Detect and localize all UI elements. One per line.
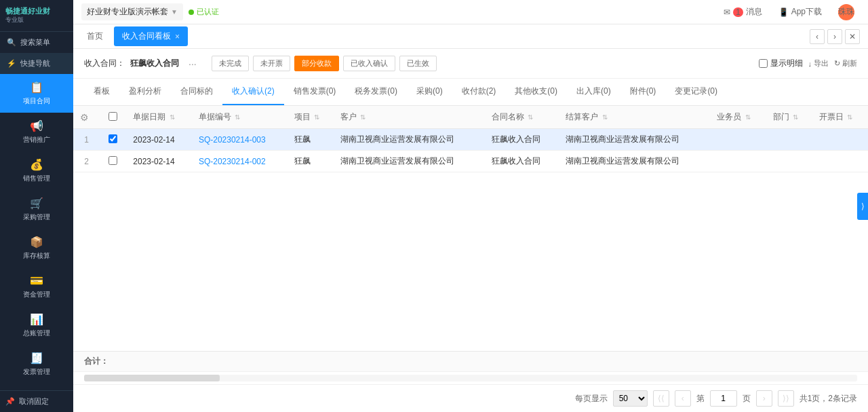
table-row[interactable]: 1 2023-02-14 SQ-20230214-003 狂飙 湖南卫视商业运营… (73, 129, 868, 151)
active-tab[interactable]: 收入合同看板 × (114, 26, 188, 46)
tab-attachments[interactable]: 附件(0) (620, 79, 666, 105)
sidebar-item-label: 发票管理 (23, 367, 50, 377)
sidebar-item-sales[interactable]: 💰 销售管理 (0, 151, 73, 190)
pagination-last-button[interactable]: ⟩⟩ (778, 390, 794, 407)
status-confirmed[interactable]: 已收入确认 (343, 56, 395, 71)
tab-navigation: ‹ › ✕ (810, 29, 860, 44)
col-settlement-customer[interactable]: 结算客户 ⇅ (559, 106, 710, 129)
row-checkbox-cell (100, 151, 126, 172)
tab-payment[interactable]: 收付款(2) (452, 79, 506, 105)
app-download-label: App下载 (791, 6, 822, 18)
col-number[interactable]: 单据编号 ⇅ (192, 106, 288, 129)
sort-number-icon: ⇅ (235, 113, 240, 121)
sidebar-item-tax[interactable]: 🏛 税务管理 (0, 383, 73, 390)
refresh-icon: ↻ (834, 59, 840, 68)
tab-prev-button[interactable]: ‹ (810, 29, 825, 44)
tab-profit-analysis[interactable]: 盈利分析 (119, 79, 171, 105)
tab-sales-invoice[interactable]: 销售发票(0) (284, 79, 346, 105)
pagination-first-button[interactable]: ⟨⟨ (653, 390, 669, 407)
tab-other-income[interactable]: 其他收支(0) (505, 79, 567, 105)
pagination-page-input[interactable] (710, 390, 737, 407)
phone-icon: 📱 (778, 7, 789, 17)
col-settings[interactable]: ⚙ (73, 106, 100, 129)
row-checkbox[interactable] (108, 156, 117, 165)
col-department[interactable]: 部门 ⇅ (766, 106, 812, 129)
tab-purchase[interactable]: 采购(0) (407, 79, 452, 105)
col-invoice-date-label: 开票日 (819, 112, 844, 121)
sidebar-logo: 畅捷通好业财 专业版 (0, 0, 73, 32)
export-button[interactable]: ↓ 导出 (808, 58, 829, 69)
select-all-checkbox[interactable] (108, 112, 117, 121)
status-uninvoiced[interactable]: 未开票 (253, 56, 290, 71)
pagination-page-unit: 页 (743, 393, 751, 405)
sidebar-item-project-contract[interactable]: 📋 项目合同 (0, 74, 73, 113)
sidebar-quick-nav[interactable]: ⚡ 快捷导航 (0, 53, 73, 74)
sidebar-item-purchase[interactable]: 🛒 采购管理 (0, 190, 73, 229)
tab-kanban[interactable]: 看板 (84, 79, 119, 105)
status-incomplete[interactable]: 未完成 (212, 56, 249, 71)
tab-close-all-button[interactable]: ✕ (845, 29, 860, 44)
tab-contract-subject[interactable]: 合同标的 (171, 79, 222, 105)
sidebar-item-marketing[interactable]: 📢 营销推广 (0, 113, 73, 151)
col-date[interactable]: 单据日期 ⇅ (126, 106, 192, 129)
sidebar-item-inventory[interactable]: 📦 库存核算 (0, 229, 73, 267)
column-settings-icon[interactable]: ⚙ (80, 112, 89, 123)
table-row[interactable]: 2 2023-02-14 SQ-20230214-002 狂飙 湖南卫视商业运营… (73, 151, 868, 172)
status-partial-payment[interactable]: 部分收款 (294, 56, 339, 71)
sidebar-item-invoice[interactable]: 🧾 发票管理 (0, 345, 73, 383)
show-detail-checkbox[interactable]: 显示明细 (759, 58, 803, 69)
col-invoice-date[interactable]: 开票日 ⇅ (812, 106, 868, 129)
row-checkbox[interactable] (108, 134, 117, 143)
more-options-button[interactable]: ··· (184, 57, 201, 71)
right-panel-icon: ⟩ (861, 202, 865, 211)
company-selector[interactable]: 好业财专业版演示帐套 ▼ (81, 3, 183, 20)
show-detail-input[interactable] (759, 59, 768, 68)
tab-revenue-recognition[interactable]: 收入确认(2) (222, 79, 284, 105)
invoice-icon: 🧾 (30, 352, 43, 364)
avatar: 珠珠 (838, 4, 854, 20)
message-action[interactable]: ✉ 1 消息 (718, 3, 768, 20)
tab-next-button[interactable]: › (827, 29, 842, 44)
sub-tabs: 看板 盈利分析 合同标的 收入确认(2) 销售发票(0) 税务发票(0) 采购(… (73, 79, 868, 106)
horizontal-scrollbar[interactable] (73, 371, 868, 384)
tab-change-log[interactable]: 变更记录(0) (665, 79, 727, 105)
show-detail-label: 显示明细 (770, 58, 803, 69)
logo-text: 畅捷通好业财 (5, 7, 50, 16)
tab-tax-invoice[interactable]: 税务发票(0) (345, 79, 407, 105)
verified-text: 已认证 (197, 7, 219, 17)
scrollbar-thumb[interactable] (84, 375, 220, 381)
sort-date-icon: ⇅ (170, 113, 175, 121)
row-department (766, 151, 812, 172)
status-effective[interactable]: 已生效 (399, 56, 437, 71)
tab-warehouse[interactable]: 出入库(0) (567, 79, 620, 105)
row-checkbox-cell (100, 129, 126, 151)
col-project[interactable]: 项目 ⇅ (288, 106, 334, 129)
row-number: SQ-20230214-002 (192, 151, 288, 172)
col-sales-person[interactable]: 业务员 ⇅ (710, 106, 766, 129)
app-download-action[interactable]: 📱 App下载 (773, 3, 827, 20)
col-number-label: 单据编号 (199, 112, 231, 121)
notification-badge: 1 (733, 7, 743, 17)
sidebar-bottom-action[interactable]: 📌 取消固定 (0, 390, 73, 412)
right-panel-toggle[interactable]: ⟩ (857, 193, 868, 220)
pagination-prev-button[interactable]: ‹ (675, 390, 691, 407)
col-contract-name[interactable]: 合同名称 ⇅ (485, 106, 559, 129)
row-number-link[interactable]: SQ-20230214-003 (199, 135, 266, 145)
tabbar: 首页 收入合同看板 × ‹ › ✕ (73, 24, 868, 49)
row-number-link[interactable]: SQ-20230214-002 (199, 157, 266, 166)
user-profile[interactable]: 珠珠 (833, 1, 860, 23)
refresh-button[interactable]: ↻ 刷新 (834, 58, 857, 69)
close-tab-button[interactable]: × (175, 32, 180, 41)
sidebar-item-general-ledger[interactable]: 📊 总账管理 (0, 306, 73, 345)
home-tab[interactable]: 首页 (81, 31, 108, 42)
pagination-next-button[interactable]: › (756, 390, 772, 407)
sidebar-item-label: 销售管理 (23, 174, 50, 183)
quick-nav-icon: ⚡ (7, 59, 16, 68)
per-page-select[interactable]: 50 100 (613, 390, 648, 407)
contract-header: 收入合同： 狂飙收入合同 ··· 未完成 未开票 部分收款 已收入确认 已生效 … (73, 49, 868, 79)
sidebar-search[interactable]: 🔍 搜索菜单 (0, 32, 73, 53)
row-sales-person (710, 129, 766, 151)
table-footer: 合计： (73, 351, 868, 371)
col-customer[interactable]: 客户 ⇅ (334, 106, 485, 129)
sidebar-item-funds[interactable]: 💳 资金管理 (0, 267, 73, 306)
